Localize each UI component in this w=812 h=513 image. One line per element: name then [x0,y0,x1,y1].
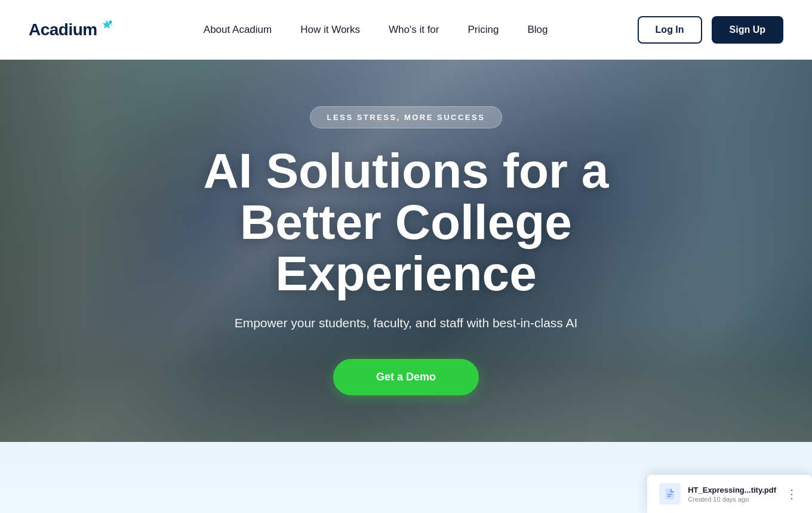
navbar-actions: Log In Sign Up [638,16,783,44]
hero-section: LESS STRESS, MORE SUCCESS AI Solutions f… [0,60,812,442]
logo-icon [100,19,114,36]
svg-point-1 [110,24,112,26]
navbar: Acadium About Acadium How it Works Who's… [0,0,812,60]
toast-meta: Created 10 days ago [688,496,776,503]
toast-notification: HT_Expressing...tity.pdf Created 10 days… [647,475,812,513]
hero-subtitle: Empower your students, faculty, and staf… [161,314,651,333]
svg-point-0 [109,20,112,23]
hero-title: AI Solutions for a Better College Experi… [161,145,651,299]
signup-button[interactable]: Sign Up [712,16,783,44]
get-demo-button[interactable]: Get a Demo [333,359,479,395]
toast-info: HT_Expressing...tity.pdf Created 10 days… [688,486,776,503]
hero-badge: LESS STRESS, MORE SUCCESS [310,106,503,128]
toast-file-icon [659,483,681,505]
nav-links: About Acadium How it Works Who's it for … [204,24,548,36]
logo-text: Acadium [29,20,97,39]
nav-item-about[interactable]: About Acadium [204,24,272,36]
nav-item-whos-it-for[interactable]: Who's it for [389,24,439,36]
hero-content: LESS STRESS, MORE SUCCESS AI Solutions f… [137,106,675,395]
nav-item-how-it-works[interactable]: How it Works [300,24,360,36]
nav-item-pricing[interactable]: Pricing [468,24,499,36]
login-button[interactable]: Log In [638,16,702,44]
toast-filename: HT_Expressing...tity.pdf [688,486,776,494]
toast-menu-button[interactable]: ⋮ [783,484,800,503]
logo[interactable]: Acadium [29,20,114,39]
nav-item-blog[interactable]: Blog [527,24,548,36]
